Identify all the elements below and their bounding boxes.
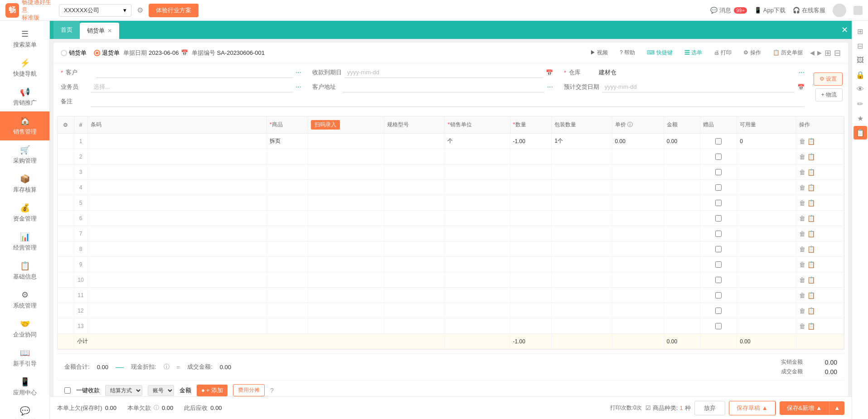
avatar[interactable] [833, 4, 846, 17]
gift-checkbox-5[interactable] [715, 200, 722, 206]
sidebar-item-system[interactable]: ⚙ 系统管理 [0, 285, 49, 314]
expected-delivery-calendar-icon[interactable]: 📅 [797, 84, 805, 91]
account-select[interactable]: 账号 [148, 385, 174, 396]
sidebar-item-inventory[interactable]: 📦 库存核算 [0, 169, 49, 198]
delete-row-4-btn[interactable]: 🗑 [799, 184, 805, 191]
gift-checkbox-12[interactable] [715, 308, 722, 314]
customer-address-input[interactable] [342, 82, 544, 92]
copy-row-12-btn[interactable]: 📋 [807, 307, 815, 314]
sidebar-item-sales[interactable]: 🏠 销售管理 [0, 111, 49, 140]
help-btn[interactable]: ? 帮助 [615, 47, 640, 58]
copy-row-5-btn[interactable]: 📋 [807, 199, 815, 207]
salesperson-dots-btn[interactable]: ··· [296, 83, 301, 91]
gift-checkbox-10[interactable] [715, 277, 722, 283]
customer-dots-btn[interactable]: ··· [296, 68, 301, 77]
expense-btn[interactable]: 费用分摊 [233, 384, 265, 396]
overdue-help-icon[interactable]: ⓘ [154, 404, 159, 412]
sidebar-item-search[interactable]: ☰ 搜索菜单 [0, 24, 49, 53]
rs-lock-icon[interactable]: 🔒 [853, 68, 867, 82]
gift-checkbox-8[interactable] [715, 246, 722, 252]
delete-row-5-btn[interactable]: 🗑 [799, 199, 805, 207]
grid-view-btn[interactable]: ⊟ [834, 48, 841, 58]
radio-return[interactable]: 退货单 [94, 49, 120, 57]
tab-close-icon[interactable]: ✕ [107, 28, 112, 34]
date-calendar-icon[interactable]: 📅 [181, 49, 188, 56]
delete-row-1-btn[interactable]: 🗑 [799, 138, 805, 145]
copy-row-9-btn[interactable]: 📋 [807, 261, 815, 268]
payment-help-icon[interactable]: ? [270, 387, 274, 394]
settings-icon[interactable]: ⚙ [135, 4, 145, 16]
copy-row-7-btn[interactable]: 📋 [807, 230, 815, 237]
scan-btn[interactable]: 扫码录入 [311, 120, 340, 130]
discount-help-icon[interactable]: ⓘ [164, 363, 170, 371]
sidebar-item-basic-info[interactable]: 📋 基础信息 [0, 256, 49, 285]
remarks-input[interactable] [91, 96, 805, 107]
copy-row-6-btn[interactable]: 📋 [807, 215, 815, 222]
sidebar-item-purchase[interactable]: 🛒 采购管理 [0, 140, 49, 169]
company-selector[interactable]: XXXXXX公司 ▾ [59, 4, 131, 17]
prev-record-btn[interactable]: ◀ [810, 49, 815, 56]
list-view-btn[interactable]: ⊞ [824, 48, 831, 58]
sidebar-item-finance[interactable]: 💰 资金管理 [0, 198, 49, 227]
copy-row-4-btn[interactable]: 📋 [807, 184, 815, 191]
sidebar-item-app-center[interactable]: 📱 应用中心 [0, 372, 49, 401]
tab-home[interactable]: 首页 [53, 21, 80, 39]
barcode-input-1[interactable] [91, 138, 264, 144]
online-service-button[interactable]: 🎧 在线客服 [793, 6, 825, 14]
delete-row-6-btn[interactable]: 🗑 [799, 215, 805, 222]
sidebar-item-wechat[interactable]: 💬 企业微信 [0, 401, 49, 419]
rs-action-icon[interactable]: 📋 [853, 126, 867, 140]
expected-delivery-input[interactable] [602, 82, 795, 92]
radio-sales[interactable]: 销货单 [61, 49, 87, 57]
rs-image-icon[interactable]: 🖼 [853, 53, 867, 67]
copy-row-8-btn[interactable]: 📋 [807, 246, 815, 253]
trial-button[interactable]: 体验行业方案 [149, 4, 199, 17]
sidebar-item-quick-nav[interactable]: ⚡ 快捷导航 [0, 53, 49, 82]
app-download-button[interactable]: 📱 App下载 [754, 6, 786, 14]
copy-row-1-btn[interactable]: 📋 [807, 138, 815, 145]
delete-row-12-btn[interactable]: 🗑 [799, 307, 805, 314]
delete-row-11-btn[interactable]: 🗑 [799, 292, 805, 299]
gift-checkbox-1[interactable] [715, 138, 722, 144]
due-date-input[interactable] [344, 67, 543, 78]
settings-button[interactable]: ⚙ 设置 [814, 72, 843, 86]
rs-eye-icon[interactable]: 👁 [853, 82, 867, 96]
rs-grid-icon[interactable]: ⊞ [853, 24, 867, 38]
warehouse-dots-btn[interactable]: ··· [799, 68, 805, 77]
copy-row-3-btn[interactable]: 📋 [807, 169, 815, 176]
gift-checkbox-9[interactable] [715, 261, 722, 268]
sidebar-item-enterprise[interactable]: 🤝 企业协同 [0, 314, 49, 343]
operate-btn[interactable]: ⚙ 操作 [739, 47, 765, 58]
copy-row-2-btn[interactable]: 📋 [807, 153, 815, 160]
due-date-calendar-icon[interactable]: 📅 [546, 69, 553, 76]
delete-row-7-btn[interactable]: 🗑 [799, 230, 805, 237]
salesperson-input[interactable] [91, 82, 293, 92]
close-window-icon[interactable]: ✕ [841, 25, 848, 35]
address-dots-btn[interactable]: ··· [547, 83, 553, 91]
sidebar-item-operations[interactable]: 📊 经营管理 [0, 227, 49, 256]
gift-checkbox-2[interactable] [715, 154, 722, 160]
gift-checkbox-3[interactable] [715, 169, 722, 175]
delete-row-8-btn[interactable]: 🗑 [799, 246, 805, 253]
video-btn[interactable]: ▶ 视频 [586, 47, 612, 58]
calc-method-select[interactable]: 结算方式 [105, 385, 142, 396]
shortcut-btn[interactable]: ⌨ 快捷键 [642, 47, 677, 58]
add-payment-btn[interactable]: ● + 添加 [197, 385, 228, 396]
history-btn[interactable]: 📋 历史单据 [768, 47, 807, 58]
one-click-checkbox[interactable] [64, 387, 71, 394]
rs-list-icon[interactable]: ⊟ [853, 39, 867, 53]
copy-row-13-btn[interactable]: 📋 [807, 323, 815, 330]
rs-star-icon[interactable]: ★ [853, 111, 867, 125]
delete-row-3-btn[interactable]: 🗑 [799, 169, 805, 176]
sidebar-item-marketing[interactable]: 📢 营销推广 [0, 82, 49, 111]
sidebar-item-guide[interactable]: 📖 新手引导 [0, 343, 49, 372]
gift-checkbox-6[interactable] [715, 215, 722, 222]
copy-row-11-btn[interactable]: 📋 [807, 292, 815, 299]
delete-row-13-btn[interactable]: 🗑 [799, 323, 805, 330]
gift-checkbox-7[interactable] [715, 231, 722, 237]
select-btn[interactable]: ☰ 选单 [680, 47, 707, 58]
rs-edit-icon[interactable]: ✏ [853, 97, 867, 111]
message-button[interactable]: 💬 消息 99+ [710, 6, 747, 14]
delete-row-10-btn[interactable]: 🗑 [799, 276, 805, 284]
logistics-button[interactable]: + 物流 [815, 88, 843, 101]
